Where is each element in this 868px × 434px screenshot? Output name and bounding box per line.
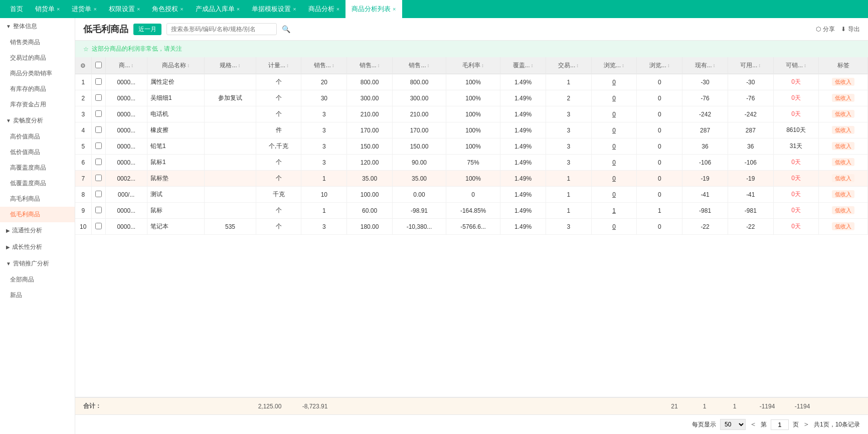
per-page-select[interactable]: 50 100 200 bbox=[720, 419, 746, 430]
row-checkbox-cell[interactable] bbox=[91, 90, 105, 106]
col-gross-rate[interactable]: 毛利率↕ bbox=[446, 57, 500, 74]
sidebar-item-high-margin[interactable]: 高毛利商品 bbox=[0, 191, 75, 207]
sidebar-section-velocity[interactable]: ▼ 卖畅度分析 bbox=[0, 112, 75, 129]
sidebar-item-high-value[interactable]: 高价值商品 bbox=[0, 129, 75, 144]
sidebar-item-new-products[interactable]: 新品 bbox=[0, 287, 75, 303]
sidebar-section-marketing[interactable]: ▼ 营销推广分析 bbox=[0, 255, 75, 272]
col-tag[interactable]: 标签 bbox=[819, 57, 868, 74]
nav-item-roles[interactable]: 角色授权 × bbox=[146, 0, 189, 18]
close-icon[interactable]: × bbox=[137, 6, 140, 12]
row-sales-price: 100.00 bbox=[347, 187, 393, 203]
col-browse2[interactable]: 浏览...↕ bbox=[637, 57, 682, 74]
row-checkbox[interactable] bbox=[95, 78, 102, 85]
sidebar-item-stocked-products[interactable]: 有库存的商品 bbox=[0, 81, 75, 97]
row-checkbox[interactable] bbox=[95, 110, 102, 117]
row-checkbox[interactable] bbox=[95, 207, 102, 213]
row-checkbox-cell[interactable] bbox=[91, 74, 105, 90]
row-sales-qty: 3 bbox=[301, 155, 347, 171]
close-icon[interactable]: × bbox=[336, 6, 339, 12]
row-checkbox-cell[interactable] bbox=[91, 219, 105, 235]
col-sales-price[interactable]: 销售...↕ bbox=[347, 57, 393, 74]
col-sales-profit[interactable]: 销售...↕ bbox=[392, 57, 446, 74]
total-label: 合计： bbox=[83, 402, 101, 410]
col-code[interactable]: 商...↕ bbox=[105, 57, 147, 74]
sidebar-item-category-rate[interactable]: 商品分类助销率 bbox=[0, 66, 75, 81]
col-sales-qty[interactable]: 销售...↕ bbox=[301, 57, 347, 74]
header-actions: ⬡ 分享 ⬇ 导出 bbox=[816, 25, 860, 34]
nav-item-home[interactable]: 首页 bbox=[4, 0, 29, 18]
close-icon[interactable]: × bbox=[93, 6, 96, 12]
row-browse1[interactable]: 0 bbox=[591, 138, 637, 155]
row-checkbox-cell[interactable] bbox=[91, 106, 105, 122]
search-button[interactable]: 🔍 bbox=[282, 25, 290, 33]
row-checkbox[interactable] bbox=[95, 175, 102, 181]
sidebar-item-all-products[interactable]: 全部商品 bbox=[0, 272, 75, 287]
row-browse1[interactable]: 0 bbox=[591, 219, 637, 235]
row-browse1[interactable]: 0 bbox=[591, 187, 637, 203]
search-input[interactable] bbox=[166, 23, 277, 35]
nav-item-templates[interactable]: 单据模板设置 × bbox=[246, 0, 302, 18]
sidebar-item-low-value[interactable]: 低价值商品 bbox=[0, 144, 75, 160]
next-page-button[interactable]: ＞ bbox=[803, 420, 810, 429]
row-browse1[interactable]: 0 bbox=[591, 90, 637, 106]
row-checkbox[interactable] bbox=[95, 159, 102, 165]
close-icon[interactable]: × bbox=[393, 6, 396, 12]
row-checkbox[interactable] bbox=[95, 223, 102, 229]
nav-item-analysis[interactable]: 商品分析 × bbox=[302, 0, 345, 18]
row-coverage: 1.49% bbox=[500, 138, 546, 155]
prev-page-button[interactable]: ＜ bbox=[750, 420, 757, 429]
sidebar-item-capital[interactable]: 库存资金占用 bbox=[0, 97, 75, 112]
row-browse1[interactable]: 0 bbox=[591, 74, 637, 90]
col-unit[interactable]: 计量...↕ bbox=[256, 57, 301, 74]
page-number-input[interactable] bbox=[771, 419, 789, 430]
close-icon[interactable]: × bbox=[57, 6, 60, 12]
row-browse1[interactable]: 0 bbox=[591, 171, 637, 187]
row-browse1[interactable]: 0 bbox=[591, 155, 637, 171]
nav-item-permissions[interactable]: 权限设置 × bbox=[103, 0, 146, 18]
col-name[interactable]: 商品名称↕ bbox=[147, 57, 205, 74]
nav-item-sales[interactable]: 销货单 × bbox=[29, 0, 66, 18]
col-available[interactable]: 可用...↕ bbox=[728, 57, 773, 74]
sidebar-section-growth[interactable]: ▶ 成长性分析 bbox=[0, 239, 75, 255]
row-checkbox[interactable] bbox=[95, 94, 102, 101]
col-transaction[interactable]: 交易...↕ bbox=[546, 57, 591, 74]
row-checkbox-cell[interactable] bbox=[91, 171, 105, 187]
sidebar-item-low-coverage[interactable]: 低覆盖度商品 bbox=[0, 176, 75, 191]
nav-item-analysis-list[interactable]: 商品分析列表 × bbox=[345, 0, 402, 18]
row-checkbox[interactable] bbox=[95, 126, 102, 133]
sidebar-item-traded-products[interactable]: 交易过的商品 bbox=[0, 50, 75, 66]
close-icon[interactable]: × bbox=[180, 6, 183, 12]
select-all-checkbox[interactable] bbox=[95, 62, 102, 68]
col-coverage[interactable]: 覆盖...↕ bbox=[500, 57, 546, 74]
row-checkbox-cell[interactable] bbox=[91, 138, 105, 155]
share-button[interactable]: ⬡ 分享 bbox=[816, 25, 835, 34]
row-checkbox-cell[interactable] bbox=[91, 155, 105, 171]
close-icon[interactable]: × bbox=[293, 6, 296, 12]
sidebar-item-low-margin[interactable]: 低毛利商品 bbox=[0, 207, 75, 222]
sidebar-item-sales-products[interactable]: 销售类商品 bbox=[0, 35, 75, 50]
filter-period-button[interactable]: 近一月 bbox=[133, 24, 161, 35]
row-checkbox[interactable] bbox=[95, 191, 102, 197]
row-checkbox-cell[interactable] bbox=[91, 203, 105, 219]
col-current-stock[interactable]: 现有...↕ bbox=[682, 57, 728, 74]
total-pages-info: 共1页，10条记录 bbox=[814, 420, 860, 429]
col-checkbox[interactable] bbox=[91, 57, 105, 74]
row-browse1[interactable]: 0 bbox=[591, 106, 637, 122]
row-checkbox-cell[interactable] bbox=[91, 187, 105, 203]
export-button[interactable]: ⬇ 导出 bbox=[841, 25, 860, 34]
row-browse1[interactable]: 0 bbox=[591, 122, 637, 138]
col-browse1[interactable]: 浏览...↕ bbox=[591, 57, 637, 74]
sidebar-section-circulation[interactable]: ▶ 流通性分析 bbox=[0, 222, 75, 239]
sidebar-section-overall[interactable]: ▼ 整体信息 bbox=[0, 18, 75, 35]
row-saleable: 0天 bbox=[773, 155, 819, 171]
row-checkbox-cell[interactable] bbox=[91, 122, 105, 138]
nav-item-products[interactable]: 产成品入库单 × bbox=[190, 0, 246, 18]
row-checkbox[interactable] bbox=[95, 142, 102, 149]
col-saleable[interactable]: 可销...↕ bbox=[773, 57, 819, 74]
col-spec[interactable]: 规格...↕ bbox=[205, 57, 256, 74]
close-icon[interactable]: × bbox=[237, 6, 240, 12]
nav-item-purchase[interactable]: 进货单 × bbox=[66, 0, 102, 18]
row-browse1[interactable]: 1 bbox=[591, 203, 637, 219]
col-settings[interactable]: ⚙ bbox=[75, 57, 91, 74]
sidebar-item-high-coverage[interactable]: 高覆盖度商品 bbox=[0, 160, 75, 176]
